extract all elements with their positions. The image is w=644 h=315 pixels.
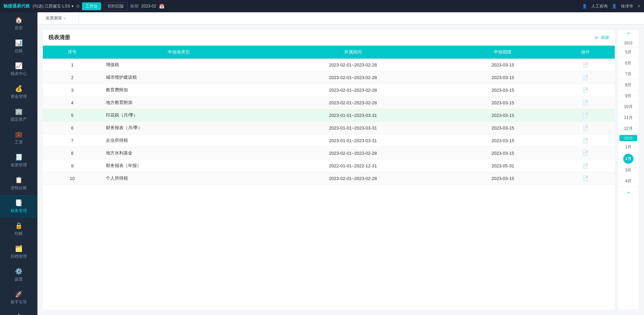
calendar-month[interactable]: 4月	[618, 176, 639, 187]
period-cell: 2023-01-01~2023-03-31	[256, 134, 450, 147]
sidebar-item-member[interactable]: ⭐畅会员	[0, 309, 37, 315]
sidebar-item-tax[interactable]: 📑税务管理	[0, 195, 37, 218]
deadline-cell: 2023-03-15	[450, 134, 556, 147]
action-cell[interactable]: 📄	[556, 122, 615, 134]
sidebar-item-invoice[interactable]: 🧾发票管理	[0, 149, 37, 172]
seq-cell: 10	[43, 172, 102, 185]
calendar-month[interactable]: 7月	[618, 69, 639, 80]
calendar-month[interactable]: 10月	[618, 102, 639, 112]
sidebar-item-fixed[interactable]: 🏢固定资产	[0, 104, 37, 126]
table-header: 所属期间	[256, 46, 450, 59]
calendar-month[interactable]: 8月	[618, 80, 639, 91]
action-icon[interactable]: 📄	[582, 62, 588, 68]
page-content: 税表清册 ↻ 刷新 序号申报表类型所属期间申报期限操作 1 增值税 2023-0…	[37, 25, 644, 315]
top-bar: 畅捷通易代账 (勾选) 江西服宝-LSS ▾ ⧉ 工作台 切到旧版 账期 202…	[0, 0, 644, 12]
calendar-month[interactable]: 9月	[618, 91, 639, 102]
sidebar-item-salary[interactable]: 💼工资	[0, 126, 37, 149]
switch-old-button[interactable]: 切到旧版	[104, 2, 128, 11]
action-icon[interactable]: 📄	[582, 87, 588, 93]
action-cell[interactable]: 📄	[556, 134, 615, 147]
action-cell[interactable]: 📄	[556, 59, 615, 71]
sidebar-item-label: 报表中心	[11, 71, 27, 77]
user-name: 徐泽华	[621, 3, 633, 9]
sidebar-item-home[interactable]: 🏠首页	[0, 12, 37, 35]
sidebar-item-purchase[interactable]: 📋进销台账	[0, 172, 37, 195]
action-icon[interactable]: 📄	[582, 176, 588, 181]
action-icon[interactable]: 📄	[582, 75, 588, 80]
action-cell[interactable]: 📄	[556, 109, 615, 122]
tab-close-icon[interactable]: ×	[64, 16, 66, 20]
period-cell: 2023-02-01~2023-02-28	[256, 147, 450, 160]
type-cell: 增值税	[102, 59, 256, 71]
close-icon[interactable]: ✕	[637, 4, 641, 9]
deadline-cell: 2023-03-15	[450, 172, 556, 185]
sidebar-item-label: 新手引导	[11, 299, 27, 305]
action-cell[interactable]: 📄	[556, 160, 615, 172]
home-icon: 🏠	[15, 16, 22, 24]
company-selector[interactable]: (勾选) 江西服宝-LSS ▾	[33, 3, 74, 9]
seq-cell: 5	[43, 109, 102, 122]
period-cell: 2023-02-01~2023-02-28	[256, 84, 450, 96]
calendar-month[interactable]: 3月	[618, 165, 639, 176]
action-cell[interactable]: 📄	[556, 96, 615, 109]
sidebar-item-fund[interactable]: 💰资金管理	[0, 81, 37, 104]
type-cell: 城市维护建设税	[102, 71, 256, 84]
calendar-month[interactable]: 5月	[618, 47, 639, 58]
tab-invoice_calc[interactable]: 发票测算×	[41, 12, 79, 25]
calendar-month[interactable]: 2月	[623, 154, 633, 164]
type-cell: 印花税（月/季）	[102, 109, 256, 122]
action-cell[interactable]: 📄	[556, 147, 615, 160]
calendar-down-icon[interactable]: ⌄	[618, 187, 639, 196]
main-layout: 🏠首页📊总账📈报表中心💰资金管理🏢固定资产💼工资🧾发票管理📋进销台账📑税务管理🔒…	[0, 12, 644, 315]
action-cell[interactable]: 📄	[556, 84, 615, 96]
purchase-icon: 📋	[15, 176, 22, 184]
deadline-cell: 2023-03-15	[450, 84, 556, 96]
customer-service-label[interactable]: 人工咨询	[591, 3, 608, 9]
table-row: 6 财务报表（月/季） 2023-01-01~2023-03-31 2023-0…	[43, 122, 615, 134]
deadline-cell: 2023-03-15	[450, 71, 556, 84]
refresh-button[interactable]: ↻ 刷新	[595, 35, 609, 41]
calendar-month[interactable]: 1月	[618, 142, 639, 153]
sidebar-item-close_period[interactable]: 🔒结账	[0, 218, 37, 241]
table-row: 3 教育费附加 2023-02-01~2023-02-28 2023-03-15…	[43, 84, 615, 96]
workbench-button[interactable]: 工作台	[82, 2, 101, 10]
refresh-icon: ↻	[595, 35, 598, 40]
year-2023-tag: 2023	[619, 135, 637, 141]
action-icon[interactable]: 📄	[582, 125, 588, 131]
calendar-month[interactable]: 11月	[618, 112, 639, 123]
copy-icon[interactable]: ⧉	[76, 3, 79, 9]
top-bar-right: 👤 人工咨询 👤 徐泽华 ✕	[582, 3, 641, 9]
sidebar-item-ledger[interactable]: 📊总账	[0, 35, 37, 58]
action-icon[interactable]: 📄	[582, 163, 588, 168]
invoice-icon: 🧾	[15, 153, 22, 161]
period-cell: 2023-02-01~2023-02-28	[256, 71, 450, 84]
calendar-month[interactable]: 12月	[618, 123, 639, 134]
table-row: 5 印花税（月/季） 2023-01-01~2023-03-31 2023-03…	[43, 109, 615, 122]
type-cell: 地方教育附加	[102, 96, 256, 109]
company-name: (勾选) 江西服宝-LSS	[33, 3, 70, 9]
panel-header: 税表清册 ↻ 刷新	[43, 30, 615, 46]
sidebar-item-label: 税务管理	[11, 208, 27, 214]
action-icon[interactable]: 📄	[582, 150, 588, 156]
sidebar-item-report[interactable]: 📈报表中心	[0, 58, 37, 81]
calendar-up-icon[interactable]: ⌃	[618, 30, 639, 39]
calendar-month[interactable]: 6月	[618, 58, 639, 69]
archive-icon: 🗂️	[15, 245, 22, 252]
year-2022-label: 2022	[618, 39, 639, 47]
sidebar-item-settings[interactable]: ⚙️设置	[0, 264, 37, 286]
sidebar-item-archive[interactable]: 🗂️归档管理	[0, 241, 37, 264]
sidebar-item-newbie[interactable]: 🚀新手引导	[0, 286, 37, 309]
action-cell[interactable]: 📄	[556, 71, 615, 84]
calendar-icon[interactable]: 📅	[159, 4, 164, 9]
sidebar-item-label: 资金管理	[11, 94, 27, 100]
action-cell[interactable]: 📄	[556, 172, 615, 185]
period-cell: 2022-01-01~2022-12-31	[256, 160, 450, 172]
action-icon[interactable]: 📄	[582, 138, 588, 143]
action-icon[interactable]: 📄	[582, 112, 588, 118]
side-calendar-panel: ⌃ 2022 5月6月7月8月9月10月11月12月 2023 1月2月3月4月…	[618, 30, 639, 310]
customer-service-icon[interactable]: 👤	[582, 4, 587, 9]
tax-icon: 📑	[15, 199, 22, 207]
table-container: 序号申报表类型所属期间申报期限操作 1 增值税 2023-02-01~2023-…	[43, 46, 615, 310]
deadline-cell: 2023-03-15	[450, 109, 556, 122]
action-icon[interactable]: 📄	[582, 100, 588, 105]
